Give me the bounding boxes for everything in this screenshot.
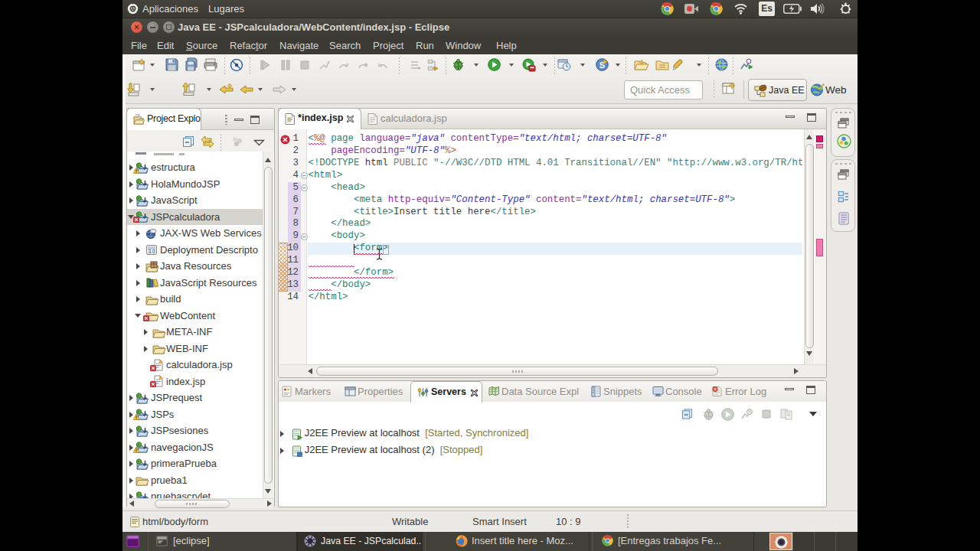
- svg-text:3.0: 3.0: [148, 249, 155, 254]
